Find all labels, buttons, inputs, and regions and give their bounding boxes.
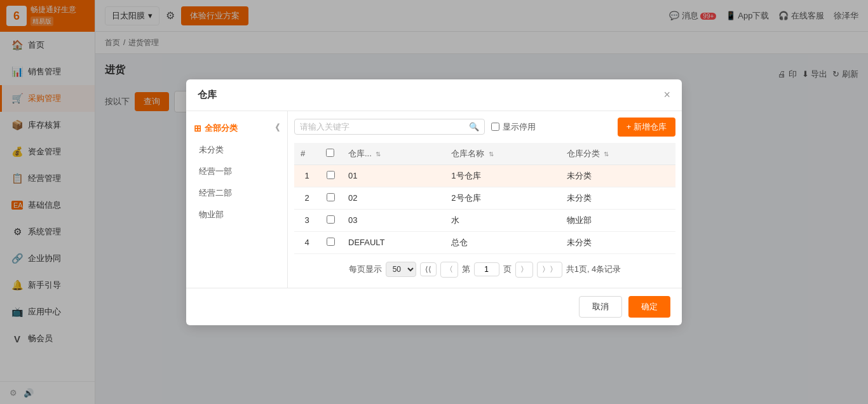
dialog-body: ⊞ 全部分类 《 未分类 经营一部 经营二部 物业部 🔍: [186, 111, 682, 288]
row-checkbox[interactable]: [327, 193, 335, 201]
row-name: 1号仓库: [445, 165, 560, 187]
row-code: 03: [342, 209, 445, 231]
all-category-label: 全部分类: [205, 123, 238, 134]
search-input[interactable]: [300, 122, 469, 131]
page-input[interactable]: [474, 262, 499, 276]
col-num-header: #: [294, 143, 320, 165]
row-name: 2号仓库: [445, 187, 560, 209]
category-panel: ⊞ 全部分类 《 未分类 经营一部 经营二部 物业部: [186, 111, 288, 288]
cancel-button[interactable]: 取消: [579, 296, 622, 318]
row-checkbox[interactable]: [327, 238, 335, 246]
warehouse-table: # 仓库... ⇅ 仓库名称: [294, 143, 675, 254]
row-num: 1: [294, 165, 320, 187]
row-checkbox-cell: [320, 165, 342, 187]
col-code-header: 仓库... ⇅: [342, 143, 445, 165]
grid-icon: ⊞: [194, 123, 201, 133]
confirm-button[interactable]: 确定: [628, 296, 670, 318]
row-category: 未分类: [560, 165, 675, 187]
row-num: 2: [294, 187, 320, 209]
first-page-button[interactable]: ⟨⟨: [420, 262, 437, 276]
collapse-button[interactable]: 《: [271, 123, 280, 134]
category-item-operation2[interactable]: 经营二部: [186, 182, 287, 204]
table-row[interactable]: 3 03 水 物业部: [294, 209, 675, 231]
prev-page-button[interactable]: 〈: [440, 262, 458, 278]
col-check-header: [320, 143, 342, 165]
row-name: 总仓: [445, 231, 560, 253]
modal-overlay: 仓库 × ⊞ 全部分类 《 未分类 经营一部 经营二部 物业部: [95, 0, 868, 404]
col-category-header: 仓库分类 ⇅: [560, 143, 675, 165]
row-category: 物业部: [560, 209, 675, 231]
page-size-label: 每页显示: [349, 264, 382, 275]
category-sort-icon[interactable]: ⇅: [604, 151, 609, 158]
name-sort-icon[interactable]: ⇅: [489, 151, 494, 158]
code-sort-icon[interactable]: ⇅: [376, 151, 381, 158]
next-page-button[interactable]: 〉: [515, 262, 533, 278]
row-num: 4: [294, 231, 320, 253]
category-item-operation1[interactable]: 经营一部: [186, 161, 287, 182]
total-records: 共1页, 4条记录: [566, 264, 621, 275]
row-category: 未分类: [560, 187, 675, 209]
warehouse-table-wrapper: # 仓库... ⇅ 仓库名称: [294, 143, 675, 254]
main-area: 日太阳膜 ▾ ⚙ 体验行业方案 💬 消息 99+ 📱 App下载 🎧 在线客服 …: [95, 0, 868, 404]
warehouse-dialog: 仓库 × ⊞ 全部分类 《 未分类 经营一部 经营二部 物业部: [186, 79, 682, 325]
row-code: 01: [342, 165, 445, 187]
row-code: 02: [342, 187, 445, 209]
add-warehouse-button[interactable]: + 新增仓库: [618, 118, 675, 137]
page-size-select[interactable]: 50: [386, 262, 416, 277]
table-header: # 仓库... ⇅ 仓库名称: [294, 143, 675, 165]
row-checkbox[interactable]: [327, 215, 335, 224]
table-body: 1 01 1号仓库 未分类 2: [294, 165, 675, 253]
table-row[interactable]: 2 02 2号仓库 未分类: [294, 187, 675, 209]
pagination: 每页显示 50 ⟨⟨ 〈 第 页 〉 〉〉 共1页, 4条记录: [294, 254, 675, 281]
row-num: 3: [294, 209, 320, 231]
row-checkbox-cell: [320, 209, 342, 231]
last-page-button[interactable]: 〉〉: [537, 262, 562, 278]
category-item-property[interactable]: 物业部: [186, 204, 287, 226]
dialog-footer: 取消 确定: [186, 288, 682, 325]
all-category-item[interactable]: ⊞ 全部分类 《: [186, 118, 287, 139]
page-suffix: 页: [503, 264, 512, 275]
row-checkbox-cell: [320, 231, 342, 253]
row-code: DEFAULT: [342, 231, 445, 253]
col-name-header: 仓库名称 ⇅: [445, 143, 560, 165]
row-category: 未分类: [560, 231, 675, 253]
table-row[interactable]: 1 01 1号仓库 未分类: [294, 165, 675, 187]
row-checkbox[interactable]: [327, 171, 335, 179]
row-checkbox-cell: [320, 187, 342, 209]
row-name: 水: [445, 209, 560, 231]
show-disabled-checkbox[interactable]: 显示停用: [491, 121, 536, 133]
select-all-checkbox[interactable]: [326, 149, 334, 157]
dialog-title: 仓库: [198, 89, 217, 101]
category-item-unclassified[interactable]: 未分类: [186, 139, 287, 161]
search-box[interactable]: 🔍: [294, 119, 485, 135]
search-icon[interactable]: 🔍: [469, 122, 479, 131]
show-disabled-input[interactable]: [491, 123, 499, 131]
right-toolbar: 🔍 显示停用 + 新增仓库: [294, 118, 675, 137]
dialog-header: 仓库 ×: [186, 79, 682, 111]
table-row[interactable]: 4 DEFAULT 总仓 未分类: [294, 231, 675, 253]
page-label: 第: [462, 264, 470, 275]
warehouse-list-panel: 🔍 显示停用 + 新增仓库 #: [288, 111, 682, 288]
close-button[interactable]: ×: [663, 88, 670, 102]
